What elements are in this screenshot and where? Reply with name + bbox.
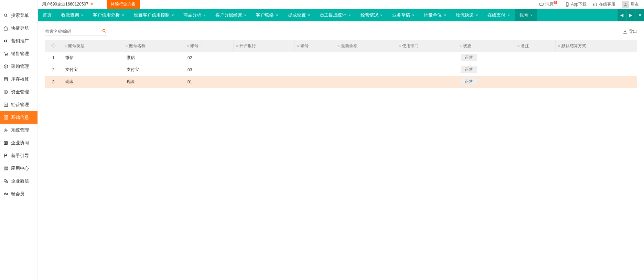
- tab-5[interactable]: 客户分层经营×: [211, 9, 251, 21]
- try-industry-button[interactable]: 体验行业方案: [107, 0, 140, 9]
- col-label: 状态: [463, 43, 471, 48]
- close-icon[interactable]: ×: [348, 13, 351, 17]
- close-icon[interactable]: ×: [172, 13, 174, 17]
- search-icon[interactable]: [102, 29, 107, 34]
- sidebar-item-label: 库存核算: [11, 76, 29, 82]
- tabs-close-all[interactable]: ✕: [635, 9, 644, 21]
- col-label: 账号类型: [68, 43, 85, 48]
- cell: [556, 76, 637, 88]
- sort-icon: ⇅: [64, 44, 67, 48]
- svg-point-1: [5, 55, 6, 55]
- search-icon: [3, 13, 8, 18]
- col-header-7[interactable]: ⇅使用部门: [396, 40, 457, 52]
- tabs-scroll-left[interactable]: ◀: [617, 9, 626, 21]
- col-header-4[interactable]: ⇅开户银行: [233, 40, 294, 52]
- org-name: 用户690企业1660120507: [42, 1, 88, 7]
- col-header-1[interactable]: ⇅账号类型: [62, 40, 123, 52]
- cell: 支付宝: [123, 64, 184, 76]
- sidebar-item-2[interactable]: 营销推广: [0, 34, 37, 47]
- sort-icon: ⇅: [186, 44, 189, 48]
- close-icon[interactable]: ×: [244, 13, 246, 17]
- app-download-link[interactable]: App下载: [565, 1, 587, 7]
- export-button[interactable]: 导出: [623, 29, 637, 34]
- close-icon[interactable]: ×: [412, 13, 414, 17]
- sidebar-item-1[interactable]: 快捷导航: [0, 22, 37, 34]
- close-icon[interactable]: ×: [476, 13, 478, 17]
- sidebar-item-3[interactable]: 销售管理: [0, 47, 37, 60]
- sidebar-item-5[interactable]: 库存核算: [0, 73, 37, 85]
- tab-8[interactable]: 员工提成统计×: [315, 9, 355, 21]
- accounts-table: ⇅账号类型⇅账号名称⇅账号...⇅开户银行⇅账号⇅最新余额⇅使用部门⇅状态⇅备注…: [45, 40, 637, 88]
- sidebar-item-label: 快捷导航: [11, 25, 29, 31]
- close-icon[interactable]: ×: [380, 13, 383, 17]
- tab-3[interactable]: 设置客户信用控制×: [129, 9, 179, 21]
- close-icon[interactable]: ×: [507, 13, 509, 17]
- sidebar-item-6[interactable]: 资金管理: [0, 85, 37, 94]
- sort-icon: ⇅: [398, 44, 401, 48]
- col-header-10[interactable]: ⇅默认结算方式: [556, 40, 637, 52]
- tab-11[interactable]: 计量单位×: [419, 9, 451, 21]
- tab-0[interactable]: 首页: [38, 9, 56, 21]
- org-dropdown[interactable]: 用户690企业1660120507: [38, 1, 107, 7]
- tab-6[interactable]: 客户联络×: [251, 9, 283, 21]
- col-header-9[interactable]: ⇅备注: [515, 40, 555, 52]
- tab-9[interactable]: 经营情况×: [356, 9, 387, 21]
- svg-point-25: [53, 45, 54, 46]
- messages-badge: 6: [554, 1, 557, 4]
- tab-label: 客户信用分析: [93, 12, 120, 18]
- sidebar-item-4[interactable]: 采购管理: [0, 60, 37, 73]
- table-row[interactable]: 2支付宝支付宝03正常: [45, 64, 637, 76]
- close-icon[interactable]: ×: [444, 13, 446, 17]
- col-label: 账号: [300, 43, 309, 48]
- close-icon[interactable]: ×: [276, 13, 278, 17]
- tab-12[interactable]: 物流快递×: [451, 9, 483, 21]
- tab-14[interactable]: 账号×: [515, 9, 537, 21]
- tab-4[interactable]: 商品分析×: [179, 9, 210, 21]
- tab-13[interactable]: 在线支付×: [483, 9, 514, 21]
- tab-label: 账号: [519, 12, 528, 18]
- col-header-3[interactable]: ⇅账号...: [184, 40, 233, 52]
- cell: 支付宝: [62, 64, 123, 76]
- close-icon[interactable]: ×: [122, 13, 124, 17]
- search-input[interactable]: [45, 28, 102, 35]
- col-header-5[interactable]: ⇅账号: [294, 40, 335, 52]
- table-row[interactable]: 3现金现金01正常: [45, 76, 637, 88]
- tabs-scroll-right[interactable]: ▶: [626, 9, 635, 21]
- megaphone-icon: [3, 39, 8, 43]
- col-header-2[interactable]: ⇅账号名称: [123, 40, 184, 52]
- col-label: 默认结算方式: [561, 43, 586, 48]
- close-icon[interactable]: ×: [308, 13, 310, 17]
- cell: [233, 64, 294, 76]
- cell: 正常: [457, 64, 515, 76]
- cell: 1: [45, 52, 62, 64]
- tab-label: 业务草稿: [392, 12, 410, 18]
- cell: [335, 76, 396, 88]
- online-service-link[interactable]: 在线客服: [593, 1, 615, 7]
- export-icon: [623, 29, 627, 34]
- messages-link[interactable]: 消息 6: [539, 1, 559, 7]
- cell: [233, 76, 294, 88]
- tab-2[interactable]: 客户信用分析×: [88, 9, 129, 21]
- tab-label: 计量单位: [424, 12, 442, 18]
- tab-10[interactable]: 业务草稿×: [387, 9, 419, 21]
- table-row[interactable]: 1微信微信02正常: [45, 52, 637, 64]
- col-label: 开户银行: [239, 43, 256, 48]
- close-icon[interactable]: ×: [81, 13, 83, 17]
- home-icon: [3, 26, 8, 31]
- user-menu[interactable]: 用友: [622, 1, 639, 8]
- cell: [294, 52, 335, 64]
- tab-1[interactable]: 收款查询×: [56, 9, 88, 21]
- box-icon: [3, 64, 8, 69]
- messages-label: 消息: [545, 1, 554, 7]
- col-header-6[interactable]: ⇅最新余额: [335, 40, 396, 52]
- main-content: 导出 ⇅账号类型⇅账号名称⇅账号...⇅开户银行⇅账号⇅最新余额⇅使用部门⇅状态…: [38, 21, 644, 94]
- cell: [396, 64, 457, 76]
- col-header-0[interactable]: [45, 40, 62, 52]
- col-header-8[interactable]: ⇅状态: [457, 40, 515, 52]
- sort-icon: ⇅: [337, 44, 340, 48]
- tab-7[interactable]: 提成设置×: [283, 9, 315, 21]
- close-icon[interactable]: ×: [530, 13, 533, 17]
- close-icon[interactable]: ×: [203, 13, 205, 17]
- sidebar-item-0[interactable]: 搜索菜单: [0, 9, 37, 22]
- svg-point-0: [4, 14, 7, 16]
